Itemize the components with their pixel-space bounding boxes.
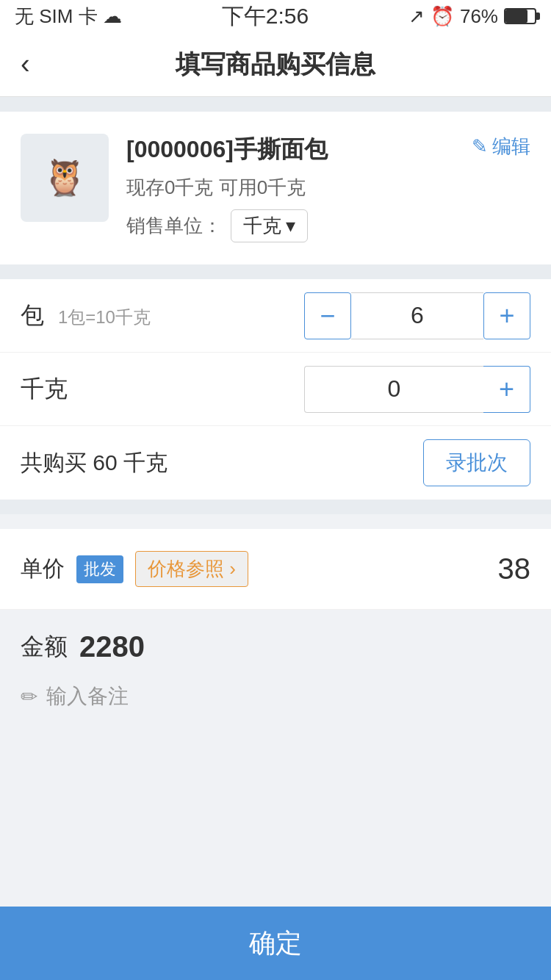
sim-label: 无 SIM 卡 ☁ [15,4,122,29]
package-minus-button[interactable]: − [304,292,351,339]
total-label: 共购买 60 千克 [21,448,168,478]
price-value: 38 [498,552,531,586]
input-section: 包 1包=10千克 − + 千克 + [0,279,551,426]
status-bar: 无 SIM 卡 ☁ 下午2:56 ↗ ⏰ 76% [0,0,551,32]
note-row[interactable]: ✏ 输入备注 [21,675,530,718]
price-reference-button[interactable]: 价格参照 › [135,551,248,587]
package-label: 包 1包=10千克 [21,300,304,332]
mid-divider-1 [0,264,551,279]
amount-value: 2280 [79,630,145,663]
status-time: 下午2:56 [222,1,309,32]
amount-label: 金额 [21,631,68,663]
unit-select[interactable]: 千克 ▾ [231,209,308,242]
product-card: 🦉 [0000006]手撕面包 现存0千克 可用0千克 销售单位： 千克 ▾ ✎… [0,112,551,264]
product-thumbnail: 🦉 [21,134,109,222]
unit-label: 销售单位： [126,213,222,239]
product-stock: 现存0千克 可用0千克 [126,175,530,201]
package-plus-button[interactable]: + [483,292,530,339]
record-batch-button[interactable]: 录批次 [423,439,530,486]
package-quantity-control: − + [304,292,530,339]
price-tag-badge: 批发 [76,555,123,583]
status-left: 无 SIM 卡 ☁ [15,4,122,29]
price-section: 单价 批发 价格参照 › 38 [0,529,551,610]
amount-row: 金额 2280 [21,630,530,663]
kg-input[interactable] [304,366,483,413]
page-title: 填写商品购买信息 [176,48,375,82]
price-row: 单价 批发 价格参照 › 38 [0,529,551,610]
kg-quantity-control: + [304,366,530,413]
product-unit-row: 销售单位： 千克 ▾ [126,209,530,242]
kg-row: 千克 + [0,353,551,426]
nav-bar: ‹ 填写商品购买信息 [0,32,551,97]
edit-button[interactable]: ✎ 编辑 [472,134,530,159]
bottom-spacer [0,718,551,791]
confirm-button[interactable]: 确定 [0,907,551,980]
back-button[interactable]: ‹ [21,48,30,80]
kg-label: 千克 [21,373,304,406]
alarm-icon: ⏰ [431,5,454,28]
amount-section: 金额 2280 ✏ 输入备注 [0,610,551,718]
unit-value: 千克 [243,213,281,239]
note-pencil-icon: ✏ [21,685,37,709]
price-label: 单价 [21,554,65,584]
package-input[interactable] [351,292,483,339]
package-row: 包 1包=10千克 − + [0,279,551,353]
kg-plus-button[interactable]: + [483,366,530,413]
product-name: [0000006]手撕面包 [126,134,530,166]
note-placeholder: 输入备注 [46,682,129,710]
edit-icon: ✎ [472,135,488,158]
edit-label: 编辑 [492,134,530,159]
total-row: 共购买 60 千克 录批次 [0,426,551,500]
battery-percent: 76% [460,5,498,28]
chevron-down-icon: ▾ [286,215,295,237]
top-divider [0,97,551,112]
status-right: ↗ ⏰ 76% [408,5,536,28]
product-info: [0000006]手撕面包 现存0千克 可用0千克 销售单位： 千克 ▾ [126,134,530,242]
battery-icon [504,8,536,24]
location-icon: ↗ [408,5,425,28]
package-sub-label: 1包=10千克 [58,307,151,327]
product-logo-icon: 🦉 [43,157,87,198]
mid-divider-2 [0,500,551,514]
